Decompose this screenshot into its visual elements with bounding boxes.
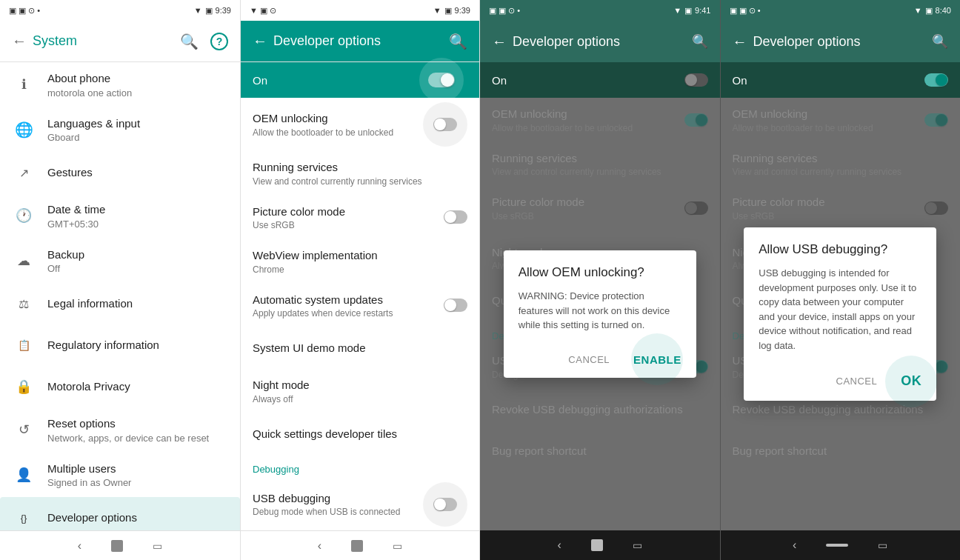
- dev-item-quicktiles[interactable]: Quick settings developer tiles: [241, 413, 479, 455]
- datetime-subtitle: GMT+05:30: [47, 219, 228, 230]
- usb-toggle[interactable]: [433, 498, 457, 511]
- ok-button-usb[interactable]: OK: [892, 367, 930, 395]
- back-nav-middle[interactable]: ‹: [318, 539, 321, 553]
- dev-item-usb[interactable]: USB debugging Debug mode when USB is con…: [241, 478, 479, 531]
- dialog-actions-oem: Cancel Enable: [504, 344, 696, 378]
- settings-item-languages[interactable]: 🌐 Languages & input Gboard: [0, 107, 240, 153]
- list-r1: OEM unlocking Allow the bootloader to be…: [480, 98, 720, 530]
- dev-item-color[interactable]: Picture color mode Use sRGB: [241, 196, 479, 240]
- cancel-container: Cancel: [559, 347, 619, 372]
- home-nav-middle[interactable]: [351, 540, 363, 552]
- battery-icon-mid: ▣: [444, 6, 452, 16]
- on-toggle[interactable]: [428, 73, 455, 87]
- wifi-r2: ▼: [914, 6, 922, 15]
- battery-r1: ▣: [684, 6, 692, 16]
- back-r2[interactable]: ←: [733, 33, 747, 50]
- autoupdate-toggle[interactable]: [444, 299, 467, 312]
- developer-options-panel: ▼ ▣ ⊙ ▼ ▣ 9:39 ← Developer options 🔍 On …: [241, 0, 480, 560]
- on-toggle-circle[interactable]: [419, 58, 464, 102]
- usb-circle[interactable]: [423, 482, 467, 527]
- autoupdate-subtitle: Apply updates when device restarts: [253, 308, 444, 319]
- back-nav-r1[interactable]: ‹: [558, 539, 561, 552]
- quicktiles-text: Quick settings developer tiles: [253, 427, 467, 441]
- usb-dialog: Allow USB debugging? USB debugging is in…: [744, 227, 936, 401]
- settings-item-regulatory[interactable]: 📋 Regulatory information: [0, 324, 240, 366]
- recents-nav-icon[interactable]: ▭: [153, 540, 162, 552]
- nav-bar-middle: ‹ ▭: [241, 530, 479, 560]
- enable-button-oem[interactable]: Enable: [624, 347, 690, 372]
- dialog-overlay-r2: Allow USB debugging? USB debugging is in…: [721, 98, 961, 530]
- search-icon-left[interactable]: 🔍: [180, 33, 199, 50]
- settings-item-legal[interactable]: ⚖ Legal information: [0, 283, 240, 324]
- help-icon-left[interactable]: ?: [210, 33, 228, 50]
- settings-list-left: ℹ About phone motorola one action 🌐 Lang…: [0, 62, 240, 530]
- dev-item-webview[interactable]: WebView implementation Chrome: [241, 239, 479, 284]
- time-r1: 9:41: [695, 6, 710, 15]
- developer-text: Developer options: [47, 510, 228, 525]
- color-text: Picture color mode Use sRGB: [253, 204, 444, 231]
- datetime-icon: 🕐: [12, 204, 36, 227]
- oem-circle[interactable]: [423, 102, 467, 147]
- battery-r2: ▣: [925, 6, 933, 16]
- search-r1[interactable]: 🔍: [692, 33, 708, 50]
- ok-container: OK: [892, 367, 930, 395]
- recents-nav-r1[interactable]: ▭: [633, 539, 642, 551]
- privacy-icon: 🔒: [12, 375, 36, 399]
- dev-item-running[interactable]: Running services View and control curren…: [241, 151, 479, 196]
- dev-item-oem[interactable]: OEM unlocking Allow the bootloader to be…: [241, 98, 479, 151]
- back-r1[interactable]: ←: [492, 33, 507, 50]
- gestures-icon: ↗: [12, 161, 36, 184]
- home-indicator-r2[interactable]: [826, 544, 848, 547]
- app-bar-icons-left: 🔍 ?: [180, 33, 228, 50]
- backup-title: Backup: [47, 247, 228, 262]
- recents-nav-middle[interactable]: ▭: [393, 540, 402, 552]
- on-row-r2[interactable]: On: [721, 62, 961, 98]
- back-icon-middle[interactable]: ←: [253, 33, 267, 50]
- backup-icon: ☁: [12, 249, 36, 273]
- status-bar-left: ▣ ▣ ⊙ • ▼ ▣ 9:39: [0, 0, 240, 21]
- status-time-r2: ▼ ▣ 8:40: [914, 6, 951, 16]
- dialog-overlay-r1: Allow OEM unlocking? WARNING: Device pro…: [480, 98, 720, 530]
- on-row-middle[interactable]: On: [241, 62, 479, 98]
- settings-item-gestures[interactable]: ↗ Gestures: [0, 152, 240, 193]
- cancel-button-oem[interactable]: Cancel: [559, 348, 619, 371]
- home-nav-icon[interactable]: [111, 540, 123, 552]
- uidemo-text: System UI demo mode: [253, 341, 467, 356]
- recents-nav-r2[interactable]: ▭: [878, 539, 887, 551]
- settings-item-users[interactable]: 👤 Multiple users Signed in as Owner: [0, 453, 240, 498]
- on-label-r2: On: [733, 74, 747, 87]
- color-toggle[interactable]: [444, 210, 467, 224]
- webview-subtitle: Chrome: [253, 264, 467, 275]
- settings-item-backup[interactable]: ☁ Backup Off: [0, 239, 240, 284]
- on-row-r1[interactable]: On: [480, 62, 720, 98]
- home-nav-r1[interactable]: [591, 539, 603, 551]
- developer-icon: {}: [12, 506, 36, 530]
- status-bar-right2: ▣ ▣ ⊙ • ▼ ▣ 8:40: [721, 0, 961, 21]
- settings-item-reset[interactable]: ↺ Reset options Network, apps, or device…: [0, 407, 240, 453]
- back-nav-icon[interactable]: ‹: [78, 539, 81, 553]
- settings-item-developer[interactable]: {} Developer options: [0, 497, 240, 530]
- list-r2: OEM unlocking Allow the bootloader to be…: [721, 98, 961, 530]
- dev-item-autoupdate[interactable]: Automatic system updates Apply updates w…: [241, 284, 479, 328]
- settings-item-privacy[interactable]: 🔒 Motorola Privacy: [0, 366, 240, 407]
- notification-icons: ▣ ▣ ⊙ •: [9, 6, 40, 16]
- back-icon-left[interactable]: ←: [12, 33, 27, 50]
- nav-bar-r2: ‹ ▭: [721, 530, 961, 560]
- search-icon-middle[interactable]: 🔍: [449, 33, 467, 50]
- cancel-button-usb[interactable]: Cancel: [827, 367, 887, 395]
- search-r2[interactable]: 🔍: [932, 33, 948, 50]
- oem-toggle[interactable]: [433, 118, 457, 131]
- dev-item-night[interactable]: Night mode Always off: [241, 369, 479, 413]
- title-r1: Developer options: [513, 34, 692, 50]
- webview-text: WebView implementation Chrome: [253, 248, 467, 275]
- on-toggle-r1[interactable]: [684, 73, 708, 87]
- on-toggle-r2[interactable]: [924, 73, 948, 87]
- settings-item-about[interactable]: ℹ About phone motorola one action: [0, 62, 240, 107]
- on-toggle-container: [416, 62, 467, 98]
- back-nav-r2[interactable]: ‹: [793, 539, 796, 552]
- dev-item-uidemo[interactable]: System UI demo mode: [241, 327, 479, 369]
- legal-icon: ⚖: [12, 292, 36, 316]
- oem-text: OEM unlocking Allow the bootloader to be…: [253, 111, 416, 138]
- running-title: Running services: [253, 160, 467, 175]
- settings-item-datetime[interactable]: 🕐 Date & time GMT+05:30: [0, 193, 240, 239]
